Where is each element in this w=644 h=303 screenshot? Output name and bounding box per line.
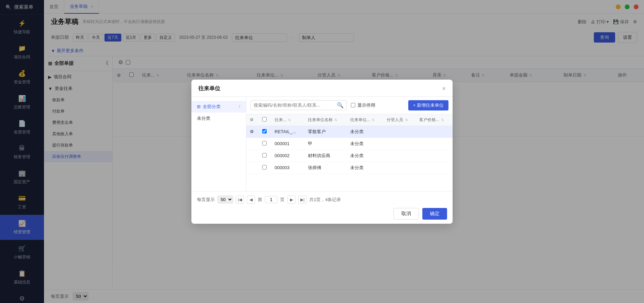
row-price-cell [416, 126, 453, 138]
party-modal: 往来单位 × ⊞ 全部分类 《 未分类 [191, 80, 453, 224]
row-manager-cell [383, 162, 416, 174]
modal-table-row[interactable]: 000002 材料供应商 未分类 [246, 150, 453, 162]
modal-table: ⚙ 往来... ⇅ 往来单位名称 ⇅ 往来单位... ⇅ 分管人员 ⇅ 客户价格… [246, 114, 453, 174]
modal-col-manager: 分管人员 ⇅ [383, 114, 416, 126]
total-records-text: 共1页，4条记录 [309, 197, 341, 203]
row-settings-cell [246, 138, 259, 150]
modal-body: ⊞ 全部分类 《 未分类 🔍 显示停用 [191, 97, 453, 191]
row-code-cell: 000001 [271, 138, 304, 150]
modal-table-row[interactable]: 000003 张师傅 未分类 [246, 162, 453, 174]
page-no-label: 第 [258, 197, 262, 203]
row-checkbox-cell[interactable] [259, 126, 271, 138]
row-price-cell [416, 138, 453, 150]
modal-table-row[interactable]: 000001 甲 未分类 [246, 138, 453, 150]
row-code-cell: RETAIL_... [271, 126, 304, 138]
row-checkbox[interactable] [262, 129, 267, 133]
row-code-cell: 000002 [271, 150, 304, 162]
row-settings-cell [246, 150, 259, 162]
page-input[interactable] [265, 196, 277, 203]
modal-col-checkbox [259, 114, 271, 126]
row-manager-cell [383, 150, 416, 162]
modal-close-button[interactable]: × [442, 85, 446, 92]
page-size-label: 每页显示 [197, 197, 215, 203]
modal-col-code: 往来... ⇅ [271, 114, 304, 126]
row-price-cell [416, 150, 453, 162]
page-word-label: 页 [280, 197, 285, 203]
modal-col-price: 客户价格... ⇅ [416, 114, 453, 126]
row-checkbox[interactable] [262, 165, 267, 170]
row-price-cell [416, 162, 453, 174]
modal-col-settings: ⚙ [246, 114, 259, 126]
modal-category-all[interactable]: ⊞ 全部分类 《 [191, 101, 246, 113]
modal-table-container: ⚙ 往来... ⇅ 往来单位名称 ⇅ 往来单位... ⇅ 分管人员 ⇅ 客户价格… [246, 114, 453, 191]
modal-header: 往来单位 × [191, 80, 453, 97]
row-name-cell: 材料供应商 [304, 150, 347, 162]
row-category-cell: 未分类 [347, 150, 384, 162]
prev-page-button[interactable]: ◀ [247, 196, 255, 204]
row-checkbox-cell[interactable] [259, 150, 271, 162]
search-icon: 🔍 [337, 102, 344, 108]
modal-col-category: 往来单位... ⇅ [347, 114, 384, 126]
row-name-cell: 零散客户 [304, 126, 347, 138]
modal-action-buttons: 取消 确定 [197, 208, 447, 220]
row-checkbox-cell[interactable] [259, 162, 271, 174]
row-category-cell: 未分类 [347, 162, 384, 174]
last-page-button[interactable]: ▶| [298, 196, 307, 204]
modal-col-name: 往来单位名称 ⇅ [304, 114, 347, 126]
show-disabled-label: 显示停用 [357, 102, 375, 108]
row-manager-cell [383, 126, 416, 138]
row-category-cell: 未分类 [347, 138, 384, 150]
confirm-button[interactable]: 确定 [422, 208, 447, 220]
modal-page-size-select[interactable]: 50 [218, 196, 233, 203]
modal-search-input[interactable] [254, 103, 335, 108]
show-disabled-checkbox[interactable] [351, 103, 355, 107]
modal-pagination: 每页显示 50 |◀ ◀ 第 页 ▶ ▶| 共1页，4条记录 [197, 196, 447, 204]
modal-header-checkbox[interactable] [262, 117, 267, 121]
row-name-cell: 甲 [304, 138, 347, 150]
modal-category-all-label: 全部分类 [203, 104, 221, 110]
next-page-button[interactable]: ▶ [287, 196, 296, 204]
row-code-cell: 000003 [271, 162, 304, 174]
row-settings-cell [246, 162, 259, 174]
modal-search-box[interactable]: 🔍 [251, 100, 347, 110]
show-disabled-checkbox-label[interactable]: 显示停用 [351, 102, 375, 108]
row-manager-cell [383, 138, 416, 150]
row-category-cell: 未分类 [347, 126, 384, 138]
grid-icon-small: ⊞ [197, 104, 201, 109]
row-name-cell: 张师傅 [304, 162, 347, 174]
row-checkbox[interactable] [262, 153, 267, 158]
row-checkbox[interactable] [262, 141, 267, 145]
row-settings-cell: ⚙ [246, 126, 259, 138]
modal-right-panel: 🔍 显示停用 + 新增往来单位 ⚙ [246, 97, 453, 191]
modal-toolbar: 🔍 显示停用 + 新增往来单位 [246, 97, 453, 114]
row-checkbox-cell[interactable] [259, 138, 271, 150]
modal-left-panel: ⊞ 全部分类 《 未分类 [191, 97, 246, 191]
modal-footer: 每页显示 50 |◀ ◀ 第 页 ▶ ▶| 共1页，4条记录 取消 确定 [191, 191, 453, 224]
modal-table-row[interactable]: ⚙ RETAIL_... 零散客户 未分类 [246, 126, 453, 138]
modal-overlay: 往来单位 × ⊞ 全部分类 《 未分类 [0, 0, 644, 303]
modal-category-unclassified[interactable]: 未分类 [191, 113, 246, 124]
add-party-button[interactable]: + 新增往来单位 [408, 100, 448, 110]
collapse-modal-left-icon[interactable]: 《 [237, 104, 241, 109]
cancel-button[interactable]: 取消 [393, 208, 419, 220]
first-page-button[interactable]: |◀ [236, 196, 244, 204]
modal-subcategory-label: 未分类 [197, 115, 210, 121]
modal-title: 往来单位 [198, 85, 220, 92]
